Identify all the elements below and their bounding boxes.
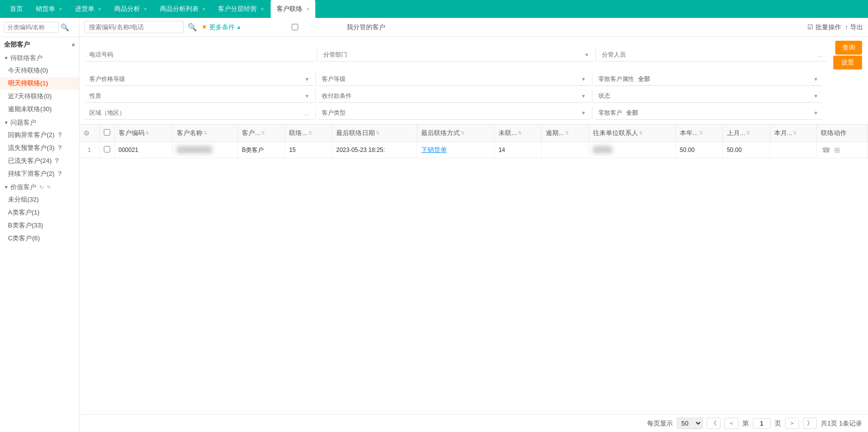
close-sales-order[interactable]: ×	[59, 6, 62, 12]
chevron-down-icon-9: ▼	[813, 110, 818, 116]
th-overdue[interactable]: 逾期... ⇅	[541, 125, 588, 142]
per-page-select[interactable]: 50 10 20 100	[677, 418, 703, 429]
sidebar-item-churned[interactable]: 已流失客户(24) ？	[0, 154, 79, 167]
select-all-checkbox[interactable]	[104, 129, 110, 136]
grid-action-icon[interactable]: ⊞	[834, 146, 840, 154]
prev-page-button[interactable]: ＜	[724, 418, 738, 429]
th-customer-type[interactable]: 客户... ⇅	[238, 125, 285, 142]
filter-actions: 查询 设置	[831, 41, 862, 70]
row-checkbox[interactable]	[104, 146, 110, 152]
th-this-month[interactable]: 本月... ⇅	[770, 125, 817, 142]
cell-customer-type: B类客户	[238, 142, 285, 158]
cell-contact-num: 15	[285, 142, 332, 158]
filter-department[interactable]: 分管部门 ▼	[319, 49, 593, 62]
search-input[interactable]	[84, 21, 184, 33]
sidebar-item-today-pending[interactable]: 今天待联络(0)	[0, 64, 79, 77]
search-button[interactable]: 🔍	[188, 23, 197, 32]
th-last-contact-method[interactable]: 最后联络方式 ⇅	[417, 125, 494, 142]
th-action: 联络动作	[817, 125, 868, 142]
sidebar-search-input[interactable]	[4, 22, 59, 33]
th-last-month[interactable]: 上月... ⇅	[723, 125, 770, 142]
sidebar: 🔍 全部客户 » 待联络客户 今天待联络(0) 明天待联络(1) 近7天待联络(…	[0, 18, 79, 432]
chevron-down-icon-5: ▼	[304, 93, 309, 99]
cell-customer-name[interactable]: Ea 客户名称	[172, 142, 237, 158]
filter-retail-attr[interactable]: 零散客户属性 全部 ▼	[594, 73, 822, 86]
filter-status[interactable]: 状态 ▼	[594, 90, 822, 103]
filter-customer-type[interactable]: 客户类型 ▼	[318, 107, 590, 120]
chevron-down-icon: ▼	[584, 52, 589, 58]
sidebar-group-value-customers[interactable]: 价值客户 ↻ ✎	[0, 180, 79, 193]
close-purchase-order[interactable]: ×	[98, 6, 101, 12]
customer-table: ⚙ 客户编码 ⇅ 客户名称	[79, 125, 868, 158]
sidebar-item-class-b[interactable]: B类客户(33)	[0, 219, 79, 232]
th-settings[interactable]: ⚙	[79, 125, 99, 142]
cell-checkbox[interactable]	[99, 142, 114, 158]
all-customers-header[interactable]: 全部客户 »	[0, 37, 79, 51]
my-customers-checkbox-label[interactable]: 我分管的客户	[245, 23, 385, 32]
chevron-down-icon-2: ▼	[304, 76, 309, 82]
filter-payment-terms[interactable]: 收付款条件 ▼	[318, 90, 590, 103]
page-input[interactable]	[753, 418, 771, 429]
settings-button[interactable]: 设置	[833, 56, 862, 70]
th-this-year[interactable]: 本年... ⇅	[675, 125, 723, 142]
nav-product-analysis[interactable]: 商品分析 ×	[108, 0, 153, 18]
filter-price-level[interactable]: 客户价格等级 ▼	[85, 73, 313, 86]
sidebar-item-churn-warning[interactable]: 流失预警客户(3) ？	[0, 142, 79, 154]
sidebar-item-declining[interactable]: 持续下滑客户(2) ？	[0, 167, 79, 180]
sidebar-group-problem-customers[interactable]: 问题客户	[0, 116, 79, 129]
sidebar-item-overdue-pending[interactable]: 逾期未联络(30)	[0, 103, 79, 116]
chevron-down-icon-8: ▼	[581, 110, 586, 116]
th-last-contact-date[interactable]: 最后联络日期 ⇅	[332, 125, 417, 142]
sidebar-group-pending-contact[interactable]: 待联络客户	[0, 51, 79, 64]
first-page-button[interactable]: 《	[707, 418, 721, 429]
batch-op-button[interactable]: ☑ 批量操作	[807, 23, 841, 32]
sidebar-item-class-c[interactable]: C类客户(6)	[0, 232, 79, 245]
filter-retail-customer[interactable]: 零散客户 全部 ▼	[594, 107, 822, 120]
sidebar-item-week-pending[interactable]: 近7天待联络(0)	[0, 90, 79, 103]
close-customer-segment[interactable]: ×	[261, 6, 264, 12]
filter-bar: 🔍 ▼ 更多条件 ▲ 我分管的客户 ☑ 批量操作 ↑ 导出	[79, 18, 868, 37]
filter-row-1: 电话号码 分管部门 ▼ 分管人员 … 查询 设置	[85, 41, 862, 70]
table-footer: 每页显示 50 10 20 100 《 ＜ 第 页 ＞ 》 共1页 1条记录	[79, 414, 868, 432]
page-label: 第	[742, 419, 749, 428]
close-product-analysis-list[interactable]: ×	[203, 6, 206, 12]
nav-product-analysis-list[interactable]: 商品分析列表 ×	[154, 0, 212, 18]
sidebar-item-ungrouped[interactable]: 未分组(32)	[0, 193, 79, 206]
th-customer-name[interactable]: 客户名称 ⇅	[172, 125, 237, 142]
filter-customer-level[interactable]: 客户等级 ▼	[318, 73, 590, 86]
close-product-analysis[interactable]: ×	[144, 6, 147, 12]
export-button[interactable]: ↑ 导出	[845, 23, 864, 32]
cell-last-contact-method[interactable]: 下销货单	[417, 142, 494, 158]
collapse-icon[interactable]: »	[72, 41, 75, 48]
my-customers-checkbox[interactable]	[245, 24, 345, 30]
phone-action-icon[interactable]: ☎	[822, 146, 830, 154]
chevron-down-icon-6: ▼	[581, 93, 586, 99]
th-no-contact[interactable]: 未联... ⇅	[494, 125, 541, 142]
sidebar-item-tomorrow-pending[interactable]: 明天待联络(1)	[0, 77, 79, 90]
settings-gear-icon[interactable]: ⚙	[83, 129, 90, 137]
filter-manager[interactable]: 分管人员 …	[598, 49, 827, 62]
filter-row-4: 区域（地区） … 客户类型 ▼ 零散客户 全部 ▼	[85, 106, 862, 120]
nav-sales-order[interactable]: 销货单 ×	[30, 0, 68, 18]
query-button[interactable]: 查询	[835, 41, 862, 55]
th-unit-contact[interactable]: 往来单位联系人 ⇅	[588, 125, 675, 142]
filter-phone[interactable]: 电话号码	[85, 49, 315, 62]
th-contact-num[interactable]: 联络... ⇅	[285, 125, 332, 142]
sidebar-item-class-a[interactable]: A类客户(1)	[0, 206, 79, 219]
nav-customer-contact[interactable]: 客户联络 ×	[271, 0, 315, 18]
total-info: 共1页 1条记录	[821, 419, 862, 428]
nav-purchase-order[interactable]: 进货单 ×	[69, 0, 107, 18]
sidebar-item-abnormal-repurchase[interactable]: 回购异常客户(2) ？	[0, 129, 79, 142]
last-page-button[interactable]: 》	[803, 418, 817, 429]
th-customer-code[interactable]: 客户编码 ⇅	[114, 125, 172, 142]
filter-region[interactable]: 区域（地区） …	[85, 107, 313, 120]
next-page-button[interactable]: ＞	[785, 418, 799, 429]
sidebar-search-button[interactable]: 🔍	[59, 22, 71, 32]
more-conditions-button[interactable]: ▼ 更多条件 ▲	[201, 23, 241, 32]
th-checkbox[interactable]	[99, 125, 114, 142]
nav-home[interactable]: 首页	[4, 0, 29, 18]
close-customer-contact[interactable]: ×	[306, 6, 309, 12]
cell-this-year: 50.00	[675, 142, 723, 158]
filter-nature[interactable]: 性质 ▼	[85, 90, 313, 103]
nav-customer-segment[interactable]: 客户分层经营 ×	[212, 0, 270, 18]
